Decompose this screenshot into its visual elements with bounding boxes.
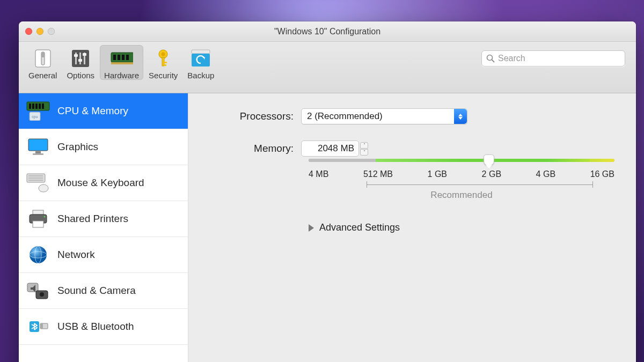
toggle-switch-icon xyxy=(32,47,54,70)
sidebar-item-cpu-memory[interactable]: cpu CPU & Memory xyxy=(19,93,188,129)
sliders-icon xyxy=(69,47,92,70)
slider-seg-ok xyxy=(376,159,590,162)
processors-row: Processors: 2 (Recommended) xyxy=(210,108,614,124)
svg-rect-27 xyxy=(32,104,34,109)
svg-point-40 xyxy=(39,184,48,192)
tick-label: 512 MB xyxy=(363,169,393,179)
advanced-settings-toggle[interactable]: Advanced Settings xyxy=(309,222,614,233)
recommended-range-bracket xyxy=(309,181,614,189)
memory-input[interactable]: 2048 MB xyxy=(301,141,359,157)
svg-rect-41 xyxy=(33,210,43,215)
tab-label: Hardware xyxy=(104,71,139,80)
svg-rect-12 xyxy=(118,55,120,60)
sidebar-item-label: Mouse & Keyboard xyxy=(57,177,144,189)
tab-label: Options xyxy=(67,71,94,80)
memory-slider-zone: 4 MB 512 MB 1 GB 2 GB 4 GB 16 GB Recomme… xyxy=(309,159,614,201)
time-machine-icon xyxy=(189,47,212,70)
svg-rect-34 xyxy=(35,151,41,153)
sidebar-item-graphics[interactable]: Graphics xyxy=(19,129,188,165)
sidebar-item-network[interactable]: Network xyxy=(19,237,188,273)
svg-rect-28 xyxy=(35,104,38,109)
mouse-keyboard-icon xyxy=(26,172,50,194)
search-field[interactable] xyxy=(481,50,625,67)
advanced-settings-label: Advanced Settings xyxy=(319,222,400,233)
tick-label: 4 MB xyxy=(309,169,328,179)
titlebar: "Windows 10" Configuration xyxy=(19,21,636,42)
recommended-label: Recommended xyxy=(309,190,614,201)
hardware-sidebar: cpu CPU & Memory Graphics Mouse & Keyboa… xyxy=(19,93,188,362)
svg-rect-9 xyxy=(83,53,86,56)
svg-text:cpu: cpu xyxy=(32,115,38,119)
main-panel: Processors: 2 (Recommended) Memory: 2048… xyxy=(188,93,636,362)
processors-select[interactable]: 2 (Recommended) xyxy=(301,108,467,124)
tick-label: 2 GB xyxy=(482,169,501,179)
close-window-button[interactable] xyxy=(25,28,32,35)
svg-rect-26 xyxy=(29,104,31,109)
processors-value: 2 (Recommended) xyxy=(307,111,383,122)
svg-rect-2 xyxy=(41,52,45,57)
toolbar: General Options Hardware Security Backup xyxy=(19,42,636,93)
tab-backup[interactable]: Backup xyxy=(183,45,218,80)
sidebar-item-mouse-keyboard[interactable]: Mouse & Keyboard xyxy=(19,165,188,201)
sidebar-item-usb-bluetooth[interactable]: USB & Bluetooth xyxy=(19,309,188,345)
sidebar-item-shared-printers[interactable]: Shared Printers xyxy=(19,201,188,237)
search-wrap xyxy=(481,50,625,67)
svg-point-50 xyxy=(40,292,44,297)
svg-rect-13 xyxy=(122,55,125,60)
network-globe-icon xyxy=(26,244,50,265)
svg-point-17 xyxy=(162,53,165,56)
key-icon xyxy=(152,47,174,70)
svg-rect-20 xyxy=(164,64,166,66)
svg-point-23 xyxy=(487,55,493,61)
tab-security[interactable]: Security xyxy=(144,45,182,80)
printer-icon xyxy=(26,208,50,230)
sidebar-item-sound-camera[interactable]: Sound & Camera xyxy=(19,273,188,309)
tab-hardware[interactable]: Hardware xyxy=(100,45,143,80)
svg-point-44 xyxy=(44,216,46,218)
sidebar-item-label: Shared Printers xyxy=(57,213,128,225)
minimize-window-button[interactable] xyxy=(36,28,43,35)
tab-general[interactable]: General xyxy=(24,45,61,80)
memory-slider[interactable] xyxy=(309,159,614,162)
memory-step-down[interactable]: ˅ xyxy=(360,149,368,156)
search-input[interactable] xyxy=(498,54,620,63)
svg-rect-15 xyxy=(111,62,133,64)
zoom-window-button[interactable] xyxy=(48,28,55,35)
content-body: cpu CPU & Memory Graphics Mouse & Keyboa… xyxy=(19,93,636,362)
memory-row: Memory: 2048 MB ˄ ˅ xyxy=(210,141,614,157)
disclosure-triangle-icon xyxy=(309,224,314,232)
svg-rect-14 xyxy=(126,55,129,60)
monitor-icon xyxy=(26,136,50,158)
svg-rect-35 xyxy=(33,153,43,155)
tab-label: Backup xyxy=(187,71,214,80)
memory-value: 2048 MB xyxy=(318,143,354,154)
svg-rect-21 xyxy=(192,50,210,54)
slider-seg-low xyxy=(309,159,376,162)
tab-label: Security xyxy=(149,71,178,80)
svg-rect-7 xyxy=(74,54,78,57)
svg-rect-11 xyxy=(113,55,116,60)
usb-bluetooth-icon xyxy=(26,316,50,337)
sound-camera-icon xyxy=(26,280,50,301)
processors-label: Processors: xyxy=(210,110,301,122)
sidebar-item-label: Network xyxy=(57,249,95,261)
config-window: "Windows 10" Configuration General Optio… xyxy=(19,21,636,362)
svg-rect-19 xyxy=(164,62,167,63)
svg-rect-30 xyxy=(42,104,44,109)
sidebar-item-label: CPU & Memory xyxy=(57,105,128,117)
sidebar-item-label: USB & Bluetooth xyxy=(57,321,134,333)
svg-point-45 xyxy=(30,246,47,263)
traffic-lights xyxy=(25,28,55,35)
search-icon xyxy=(486,54,495,63)
ram-chip-icon xyxy=(111,47,133,70)
tab-options[interactable]: Options xyxy=(62,45,99,80)
svg-rect-33 xyxy=(28,139,48,151)
svg-rect-18 xyxy=(162,57,164,66)
memory-slider-thumb[interactable] xyxy=(484,154,494,166)
memory-label: Memory: xyxy=(210,143,301,154)
window-title: "Windows 10" Configuration xyxy=(19,27,636,36)
svg-line-24 xyxy=(492,60,495,63)
memory-step-up[interactable]: ˄ xyxy=(360,142,368,149)
svg-rect-8 xyxy=(78,59,82,62)
tick-label: 4 GB xyxy=(536,169,555,179)
